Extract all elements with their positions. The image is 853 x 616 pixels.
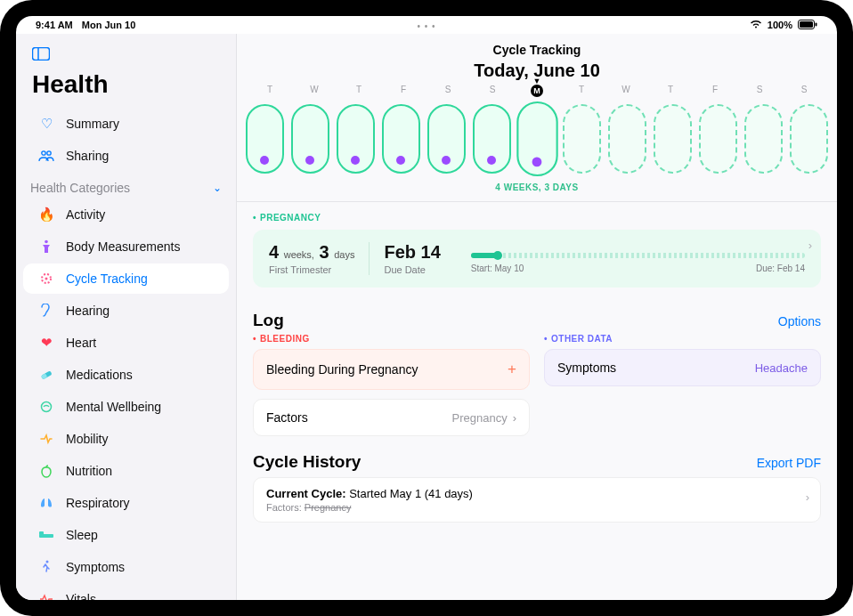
pregnancy-section: • PREGNANCY 4 weeks, 3 days First Trimes… xyxy=(237,202,837,298)
brain-icon xyxy=(37,398,55,416)
app-title: Health xyxy=(16,70,236,108)
sidebar-item-nutrition[interactable]: Nutrition xyxy=(23,456,229,486)
pregnancy-card[interactable]: 4 weeks, 3 days First Trimester Feb 14 D… xyxy=(253,230,821,288)
cycle-day-pill[interactable] xyxy=(473,104,511,174)
cycle-day-pill-future[interactable] xyxy=(563,104,601,174)
sidebar-item-vitals[interactable]: Vitals xyxy=(23,584,229,600)
sidebar-item-label: Respiratory xyxy=(66,496,130,510)
svg-point-6 xyxy=(47,151,51,155)
plus-icon: + xyxy=(508,361,516,378)
cycle-day-pill[interactable] xyxy=(427,104,466,174)
cycle-day-pill-future[interactable] xyxy=(654,104,692,174)
cycle-day-pill[interactable] xyxy=(246,104,284,174)
cycle-day-pill-future[interactable] xyxy=(608,104,646,174)
current-cycle-line: Current Cycle: Started May 1 (41 days) xyxy=(266,487,808,500)
multitask-dots[interactable]: • • • xyxy=(417,21,435,31)
sidebar-item-heart[interactable]: ❤ Heart xyxy=(23,328,229,358)
due-date-label: Due Date xyxy=(384,264,440,275)
sidebar-item-mental[interactable]: Mental Wellbeing xyxy=(23,392,229,422)
battery-percent: 100% xyxy=(768,20,792,30)
days-value: 3 xyxy=(320,242,329,262)
sidebar-item-respiratory[interactable]: Respiratory xyxy=(23,488,229,518)
day-letter-today: ▼ M xyxy=(515,85,559,97)
body-icon xyxy=(37,238,55,255)
factors-card[interactable]: Factors Pregnancy › xyxy=(253,399,530,436)
cycle-day-pill[interactable] xyxy=(291,104,329,174)
pregnancy-dot-icon xyxy=(532,158,542,167)
day-letter: T xyxy=(337,85,381,97)
svg-rect-14 xyxy=(39,531,44,535)
lungs-icon xyxy=(37,494,55,512)
history-factors-value: Pregnancy xyxy=(305,502,352,513)
symptoms-value: Headache xyxy=(755,361,808,375)
battery-icon xyxy=(798,20,817,31)
mobility-icon xyxy=(37,430,55,448)
day-letter-row: T W T F S S ▼ M T W T F S S xyxy=(237,85,837,97)
cycle-day-pill-future[interactable] xyxy=(790,104,828,174)
sidebar-categories-header[interactable]: Health Categories ⌄ xyxy=(16,172,236,199)
today-badge: M xyxy=(531,85,543,97)
cycle-day-pill-today[interactable] xyxy=(516,101,557,176)
export-pdf-link[interactable]: Export PDF xyxy=(757,456,821,470)
pregnancy-dot-icon xyxy=(396,156,405,165)
main-content: Cycle Tracking Today, June 10 T W T F S … xyxy=(237,34,837,600)
svg-point-12 xyxy=(42,402,52,412)
sidebar-item-label: Hearing xyxy=(66,304,110,318)
person-walk-icon xyxy=(37,558,55,576)
wifi-icon xyxy=(750,20,762,30)
day-letter: T xyxy=(559,85,604,97)
pill-icon xyxy=(37,366,55,384)
day-letter: W xyxy=(604,85,648,97)
pregnancy-duration: 4 weeks, 3 days xyxy=(269,242,354,263)
sidebar-item-sharing[interactable]: Sharing xyxy=(23,141,229,171)
sidebar: Health ♡ Summary Sharing Health Categori… xyxy=(16,34,237,600)
bullet-icon: • xyxy=(544,334,548,344)
cycle-day-pill-future[interactable] xyxy=(699,104,737,174)
sidebar-item-label: Body Measurements xyxy=(66,239,180,254)
cycle-day-pill-future[interactable] xyxy=(744,104,783,174)
chevron-right-icon: › xyxy=(806,490,809,504)
svg-rect-3 xyxy=(33,48,50,61)
cycle-day-pill[interactable] xyxy=(337,104,375,174)
cycle-day-pill[interactable] xyxy=(382,104,420,174)
current-cycle-prefix: Current Cycle: xyxy=(266,487,346,500)
apple-icon xyxy=(37,462,55,480)
sidebar-item-hearing[interactable]: Hearing xyxy=(23,296,229,326)
log-options-link[interactable]: Options xyxy=(778,314,821,328)
current-cycle-card[interactable]: Current Cycle: Started May 1 (41 days) F… xyxy=(253,477,821,523)
sidebar-item-medications[interactable]: Medications xyxy=(23,360,229,390)
progress-knob xyxy=(493,251,502,260)
symptoms-card[interactable]: Symptoms Headache xyxy=(544,349,821,386)
flame-icon: 🔥 xyxy=(37,206,55,223)
cycle-length-label: 4 WEEKS, 3 DAYS xyxy=(237,177,837,201)
chevron-right-icon: › xyxy=(808,239,812,252)
sidebar-item-summary[interactable]: ♡ Summary xyxy=(23,109,229,139)
other-data-tag: • OTHER DATA xyxy=(544,334,821,344)
cycle-day-strip[interactable] xyxy=(237,97,837,177)
factors-value: Pregnancy xyxy=(452,411,508,425)
pregnancy-progress-bar xyxy=(471,253,805,258)
sidebar-item-label: Vitals xyxy=(66,592,96,600)
svg-point-7 xyxy=(45,240,48,244)
categories-label: Health Categories xyxy=(30,181,130,195)
sidebar-item-sleep[interactable]: Sleep xyxy=(23,520,229,550)
weeks-unit: weeks, xyxy=(284,249,314,260)
sidebar-item-mobility[interactable]: Mobility xyxy=(23,424,229,454)
sidebar-toggle-icon[interactable] xyxy=(16,43,236,70)
symptoms-label: Symptoms xyxy=(557,361,616,375)
sidebar-item-symptoms[interactable]: Symptoms xyxy=(23,552,229,582)
sidebar-item-activity[interactable]: 🔥 Activity xyxy=(23,199,229,230)
sidebar-item-label: Summary xyxy=(66,117,119,131)
bullet-icon: • xyxy=(253,334,256,344)
svg-point-9 xyxy=(45,278,48,280)
sidebar-item-body[interactable]: Body Measurements xyxy=(23,231,229,262)
sidebar-item-cycle-tracking[interactable]: Cycle Tracking xyxy=(23,263,229,294)
due-date-value: Feb 14 xyxy=(384,242,440,263)
vitals-icon xyxy=(37,590,55,600)
sidebar-item-label: Medications xyxy=(66,368,133,382)
progress-start-label: Start: May 10 xyxy=(471,263,524,273)
trimester-label: First Trimester xyxy=(269,264,354,275)
heart-outline-icon: ♡ xyxy=(37,115,55,133)
day-letter: S xyxy=(782,85,826,97)
bleeding-log-card[interactable]: Bleeding During Pregnancy + xyxy=(253,349,530,390)
